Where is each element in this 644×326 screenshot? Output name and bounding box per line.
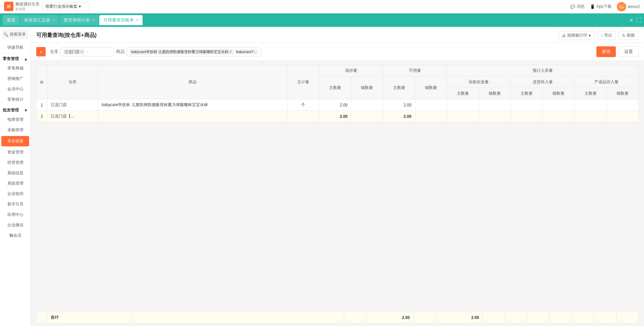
product-tag-1-value: babycare学饮杯 儿童防摔防撞吸管杯重力球吸嘴杯宝宝水杯 bbox=[131, 49, 228, 54]
warehouse-field[interactable]: 江北门店 ✕ ··· bbox=[60, 47, 114, 56]
settings-btn[interactable]: 设置 bbox=[619, 46, 639, 57]
row1-stock-main: 2.00 bbox=[319, 99, 351, 111]
top-bar: 好 畅捷通好生意 标准版 母婴行业演示账套 ▾ 💬 消息 📱 App下载 Ea … bbox=[0, 0, 644, 13]
app-icon: 📱 bbox=[590, 4, 595, 9]
product-tag-1-remove[interactable]: ✕ bbox=[229, 50, 232, 54]
sidebar-item-marketing[interactable]: 营销推广 bbox=[0, 74, 31, 84]
product-label: 商品 bbox=[116, 49, 125, 55]
sidebar-item-basics[interactable]: 基础信息 bbox=[0, 168, 31, 178]
table-container: ⚙ 仓库 商品 主计量 现存量 可用量 预计入库量 主数量 辅数量 主数量 辅数… bbox=[31, 61, 644, 312]
footer-blank2 bbox=[132, 312, 344, 323]
sidebar-item-appcenter[interactable]: 应用中心 bbox=[0, 209, 31, 220]
tab-available-close[interactable]: ✕ bbox=[136, 18, 139, 22]
warehouse-tag-remove[interactable]: ✕ bbox=[80, 50, 83, 54]
app-label: App下载 bbox=[596, 4, 611, 9]
warehouse-tag-value: 江北门店 bbox=[65, 49, 79, 54]
app-download-btn[interactable]: 📱 App下载 bbox=[590, 4, 611, 9]
row2-index: 2 bbox=[37, 111, 47, 122]
tab-available[interactable]: 可用量库存账本 ✕ bbox=[99, 15, 143, 25]
sidebar-item-retail-mgmt[interactable]: 零售管理 ▲ bbox=[0, 53, 31, 63]
product-field[interactable]: babycare学饮杯 儿童防摔防撞吸管杯重力球吸嘴杯宝宝水杯 ✕ babyca… bbox=[127, 47, 261, 56]
warehouse-more[interactable]: ··· bbox=[86, 49, 89, 54]
sidebar-item-shortcut[interactable]: 快捷导航 bbox=[0, 42, 31, 53]
search-menu-label: 搜索菜单 bbox=[10, 32, 26, 37]
refresh-label: 刷新 bbox=[627, 33, 635, 38]
filter-expand-btn[interactable]: » bbox=[36, 47, 46, 56]
sidebar-item-retail-mall[interactable]: 零售商城 bbox=[0, 63, 31, 74]
chevron-down-icon: ▾ bbox=[79, 4, 81, 9]
export-icon: ↑ bbox=[601, 33, 603, 38]
print-icon: 🖨 bbox=[562, 33, 566, 38]
refresh-icon: ↻ bbox=[622, 33, 626, 38]
message-label: 消息 bbox=[577, 4, 585, 9]
row2-stock-aux bbox=[351, 111, 383, 122]
tab-receipts[interactable]: 收发存汇总表 ✕ bbox=[20, 15, 59, 25]
tab-home[interactable]: 首页 bbox=[3, 15, 19, 25]
footer-inbound-main bbox=[549, 312, 572, 323]
sidebar-item-inventory[interactable]: 库存核算 bbox=[1, 136, 29, 146]
refresh-btn[interactable]: ↻ 刷新 bbox=[619, 31, 639, 40]
row1-avail-main: 2.00 bbox=[383, 99, 415, 111]
sidebar-item-enterprise[interactable]: 企业协同 bbox=[0, 189, 31, 199]
row2-inbound-main bbox=[511, 111, 543, 122]
sidebar-item-wholesale[interactable]: 批发管理 ▼ bbox=[0, 105, 31, 114]
close-all-icon[interactable]: ✕ bbox=[629, 17, 633, 24]
row1-purchase-aux bbox=[479, 99, 511, 111]
top-bar-left: 好 畅捷通好生意 标准版 母婴行业演示账套 ▾ bbox=[4, 2, 89, 11]
tab-orders-close[interactable]: ✕ bbox=[92, 18, 95, 22]
industry-select[interactable]: 母婴行业演示账套 ▾ bbox=[42, 2, 89, 11]
footer-row: 合计 2.00 2.00 bbox=[37, 312, 639, 323]
product-tag-2-value: babycare?... bbox=[236, 50, 257, 54]
row1-avail-aux bbox=[415, 99, 447, 111]
row1-inbound-main bbox=[511, 99, 543, 111]
export-btn[interactable]: ↑ 导出 bbox=[597, 31, 616, 40]
footer-stock-main: 2.00 bbox=[366, 312, 413, 323]
logo-text-block: 畅捷通好生意 标准版 bbox=[15, 2, 40, 11]
content-area: 可用量查询(按仓库+商品) 🖨 按模板打印 ▾ ↑ 导出 ↻ 刷新 » bbox=[31, 27, 644, 326]
row1-index: 1 bbox=[37, 99, 47, 111]
sidebar-item-operations[interactable]: 经营管理 bbox=[0, 157, 31, 168]
sidebar-item-wecom[interactable]: 企业微信 bbox=[0, 220, 31, 230]
sidebar-item-finance[interactable]: 资金管理 bbox=[0, 147, 31, 157]
row2-product-aux bbox=[606, 111, 638, 122]
message-btn[interactable]: 💬 消息 bbox=[570, 4, 585, 9]
sidebar-item-purchase[interactable]: 采购管理 bbox=[0, 125, 31, 135]
print-btn[interactable]: 🖨 按模板打印 ▾ bbox=[558, 31, 594, 40]
footer-label: 合计 bbox=[47, 312, 132, 323]
row2-avail-aux bbox=[415, 111, 447, 122]
data-table: ⚙ 仓库 商品 主计量 现存量 可用量 预计入库量 主数量 辅数量 主数量 辅数… bbox=[36, 65, 639, 122]
filter-actions: 查询 设置 bbox=[596, 46, 639, 57]
sidebar: 🔍 搜索菜单 快捷导航 零售管理 ▲ 零售商城 营销推广 会员中心 零售统计 批… bbox=[0, 27, 31, 326]
sidebar-item-system[interactable]: 系统管理 bbox=[0, 178, 31, 189]
message-icon: 💬 bbox=[570, 4, 575, 9]
query-btn[interactable]: 查询 bbox=[596, 46, 616, 57]
sidebar-item-retail-stats[interactable]: 零售统计 bbox=[0, 94, 31, 105]
sidebar-item-vip[interactable]: 畅会员 bbox=[0, 230, 31, 241]
sidebar-item-ecommerce[interactable]: 电商管理 bbox=[0, 114, 31, 125]
footer-table: 合计 2.00 2.00 bbox=[36, 312, 639, 323]
main-layout: 🔍 搜索菜单 快捷导航 零售管理 ▲ 零售商城 营销推广 会员中心 零售统计 批… bbox=[0, 27, 644, 326]
row1-product-aux bbox=[606, 99, 638, 111]
tab-orders[interactable]: 要货单统计表 ✕ bbox=[60, 15, 99, 25]
export-label: 导出 bbox=[604, 33, 612, 38]
tab-receipts-close[interactable]: ✕ bbox=[52, 18, 55, 22]
tab-home-label: 首页 bbox=[7, 17, 15, 23]
page-title: 可用量查询(按仓库+商品) bbox=[36, 32, 97, 39]
filter-bar: » 仓库 江北门店 ✕ ··· 商品 babycare学饮杯 儿童防摔防撞吸管杯… bbox=[31, 43, 644, 61]
avatar: Ea bbox=[617, 2, 626, 11]
search-menu-btn[interactable]: 🔍 搜索菜单 bbox=[2, 30, 29, 39]
user-menu[interactable]: Ea demo2 bbox=[617, 2, 640, 11]
logo-icon: 好 bbox=[4, 2, 13, 11]
sidebar-item-members[interactable]: 会员中心 bbox=[0, 84, 31, 94]
sidebar-item-newguide[interactable]: 新手引导 bbox=[0, 199, 31, 209]
row2-avail-main: 2.00 bbox=[383, 111, 415, 122]
row1-purchase-main bbox=[447, 99, 479, 111]
footer-purchase-main bbox=[505, 312, 527, 323]
maximize-icon[interactable]: ⛶ bbox=[636, 17, 641, 23]
print-label: 按模板打印 bbox=[567, 33, 587, 38]
row1-stock-aux bbox=[351, 99, 383, 111]
row2-warehouse: 江北门店【... bbox=[47, 111, 98, 122]
retail-mgmt-label: 零售管理 bbox=[3, 56, 19, 62]
logo-sub: 标准版 bbox=[15, 7, 40, 11]
top-bar-right: 💬 消息 📱 App下载 Ea demo2 bbox=[570, 2, 640, 11]
